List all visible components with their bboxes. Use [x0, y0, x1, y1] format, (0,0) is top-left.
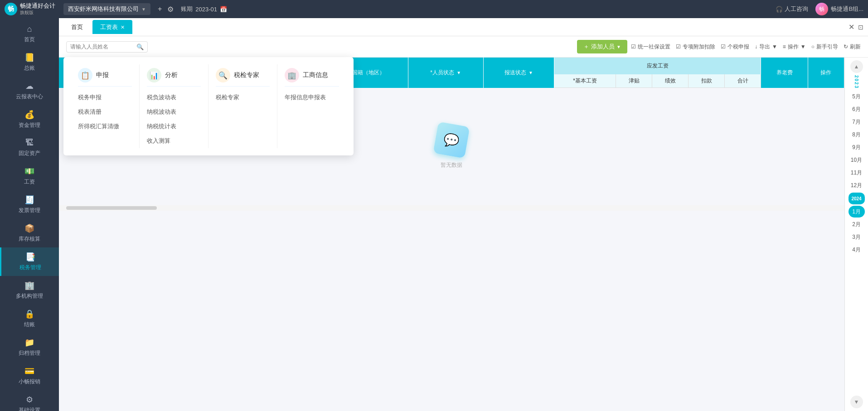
headset-icon: 🎧 [776, 6, 783, 13]
month-jan-2024[interactable]: 1月 [849, 206, 865, 218]
menu-item-taxcheck-expert[interactable]: 税检专家 [216, 90, 270, 105]
tab-payroll[interactable]: 工资表 ✕ [92, 20, 132, 34]
report-status-filter-icon[interactable]: ▼ [529, 70, 533, 75]
tax-declaration-label: 个税申报 [727, 43, 749, 51]
sidebar-label-ledger: 总账 [24, 64, 35, 72]
sidebar-label-mini: 小畅报销 [19, 378, 40, 386]
menu-item-annual-report[interactable]: 年报信息申报表 [285, 90, 339, 105]
month-10[interactable]: 10月 [849, 154, 865, 166]
sidebar-item-ledger[interactable]: 📒 总账 [0, 48, 59, 77]
month-9[interactable]: 9月 [849, 141, 865, 153]
export-chevron: ▼ [772, 44, 777, 50]
sidebar-item-invoice[interactable]: 🧾 发票管理 [0, 190, 59, 219]
refresh-action[interactable]: ↻ 刷新 [844, 43, 861, 51]
toolbar-actions: ☑ 统一社保设置 ☑ 专项附加扣除 ☑ 个税申报 ↓ 导出 ▼ ≡ [631, 43, 861, 51]
sidebar-item-mini-marketing[interactable]: 💳 小畅报销 [0, 362, 59, 390]
month-7[interactable]: 7月 [849, 116, 865, 128]
export-action[interactable]: ↓ 导出 ▼ [755, 43, 777, 51]
add-employee-button[interactable]: ＋ 添加人员 ▼ [577, 40, 627, 53]
sidebar-label-close: 结账 [24, 321, 35, 329]
special-deduction-label: 专项附加扣除 [683, 43, 715, 51]
sidebar-item-fixed-assets[interactable]: 🏗 固定资产 [0, 134, 59, 162]
payroll-icon: 💵 [24, 166, 34, 176]
social-security-label: 统一社保设置 [638, 43, 670, 51]
operations-chevron: ▼ [800, 44, 806, 50]
sidebar-label-archive: 归档管理 [19, 349, 40, 357]
fixed-assets-icon: 🏗 [25, 138, 34, 148]
tab-close-icon[interactable]: ✕ [121, 24, 125, 30]
menu-col-analysis: 📊 分析 税负波动表 纳税波动表 纳税统计表 收入测算 [140, 64, 209, 148]
help-button[interactable]: 🎧 人工咨询 [776, 5, 808, 13]
guide-action[interactable]: ○ 新手引导 [811, 43, 838, 51]
menu-item-income-estimate[interactable]: 收入测算 [147, 134, 201, 148]
guide-label: 新手引导 [816, 43, 838, 51]
menu-item-tax-declaration[interactable]: 税务申报 [78, 90, 132, 105]
menu-col-analysis-header: 📊 分析 [147, 64, 201, 87]
month-apr-2024[interactable]: 4月 [849, 244, 865, 256]
taxcheck-icon: 🔍 [216, 68, 230, 82]
header-right: 🎧 人工咨询 畅 畅捷通B组... [776, 3, 863, 15]
month-mar-2024[interactable]: 3月 [849, 231, 865, 243]
th-allowance: 津贴 [616, 74, 652, 88]
close-window-button[interactable]: ✕ [849, 23, 854, 31]
th-salary-group: 应发工资 [554, 58, 761, 74]
user-area[interactable]: 畅 畅捷通B组... [815, 3, 863, 15]
sidebar-item-close-period[interactable]: 🔒 结账 [0, 305, 59, 333]
settings-button[interactable]: ⚙ [167, 5, 174, 14]
invoice-icon: 🧾 [24, 195, 34, 205]
sidebar-label-settings: 基础设置 [19, 406, 40, 411]
sidebar-label-home: 首页 [24, 36, 35, 44]
company-selector[interactable]: 西安虾米网络科技有限公司 ▼ [63, 3, 150, 15]
month-5[interactable]: 5月 [849, 91, 865, 102]
menu-item-tax-statistics[interactable]: 纳税统计表 [147, 119, 201, 134]
header-actions: + ⚙ [158, 5, 174, 14]
horizontal-scrollbar[interactable] [59, 205, 844, 211]
tab-home[interactable]: 首页 [63, 20, 91, 34]
taxcheck-title: 税检专家 [234, 71, 259, 79]
settings-sidebar-icon: ⚙ [26, 395, 33, 405]
month-feb-2024[interactable]: 2月 [849, 218, 865, 230]
period-area: 账期 2023-01 📅 [181, 5, 227, 13]
sidebar-item-inventory[interactable]: 📦 库存核算 [0, 219, 59, 247]
special-deduction-action[interactable]: ☑ 专项附加扣除 [676, 43, 715, 51]
month-12[interactable]: 12月 [849, 179, 865, 191]
sidebar-item-home[interactable]: ⌂ 首页 [0, 20, 59, 48]
export-icon: ↓ [755, 44, 757, 50]
analysis-title: 分析 [165, 71, 178, 79]
month-11[interactable]: 11月 [849, 167, 865, 179]
restore-window-button[interactable]: ⊡ [858, 24, 863, 31]
menu-item-tax-form[interactable]: 税表清册 [78, 105, 132, 119]
search-input-wrap: 🔍 [66, 41, 148, 53]
social-security-action[interactable]: ☑ 统一社保设置 [631, 43, 670, 51]
operations-action[interactable]: ≡ 操作 ▼ [783, 43, 806, 51]
sidebar-item-basic-settings[interactable]: ⚙ 基础设置 [0, 390, 59, 411]
month-8[interactable]: 8月 [849, 129, 865, 140]
date-scroll-down-button[interactable]: ▼ [850, 396, 863, 408]
th-total: 合计 [725, 74, 761, 88]
sidebar-item-tax[interactable]: 📑 税务管理 [0, 247, 59, 276]
menu-col-declaration-header: 📋 申报 [78, 64, 132, 87]
staff-status-filter-icon[interactable]: ▼ [456, 70, 461, 75]
special-deduction-icon: ☑ [676, 44, 681, 50]
month-6[interactable]: 6月 [849, 103, 865, 115]
sidebar-item-fund[interactable]: 💰 资金管理 [0, 105, 59, 134]
menu-col-taxcheck-header: 🔍 税检专家 [216, 64, 270, 87]
sidebar-item-multi-org[interactable]: 🏢 多机构管理 [0, 276, 59, 305]
sidebar-item-payroll[interactable]: 💵 工资 [0, 162, 59, 190]
period-value: 2023-01 [195, 6, 217, 13]
menu-item-tax-burden[interactable]: 税负波动表 [147, 90, 201, 105]
multi-org-icon: 🏢 [24, 280, 34, 290]
calendar-icon[interactable]: 📅 [220, 6, 227, 13]
tax-declaration-action[interactable]: ☑ 个税申报 [721, 43, 749, 51]
menu-item-income-tax-clearance[interactable]: 所得税汇算清缴 [78, 119, 132, 134]
social-security-icon: ☑ [631, 44, 636, 50]
search-input[interactable] [70, 44, 134, 50]
tabs-bar: 首页 工资表 ✕ ✕ ⊡ [59, 18, 868, 36]
add-company-button[interactable]: + [158, 5, 162, 13]
sidebar-item-cloud-report[interactable]: ☁ 云报表中心 [0, 77, 59, 105]
menu-item-taxpay-fluctuation[interactable]: 纳税波动表 [147, 105, 201, 119]
empty-text: 暂无数据 [441, 161, 462, 169]
sidebar-item-archive[interactable]: 📁 归档管理 [0, 333, 59, 362]
refresh-label: 刷新 [850, 43, 861, 51]
date-scroll-up-button[interactable]: ▲ [850, 60, 863, 73]
